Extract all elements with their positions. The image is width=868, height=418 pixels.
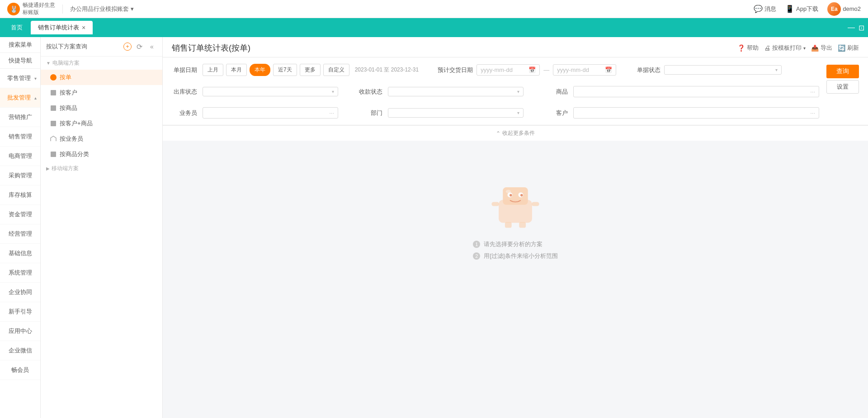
dept-arrow: ▾	[517, 110, 519, 115]
svg-rect-4	[51, 152, 56, 157]
dept-select[interactable]: ▾	[388, 108, 524, 118]
sidebar-search-label: 搜索菜单	[9, 41, 32, 49]
help-icon: ❓	[737, 44, 745, 52]
date-btn-more[interactable]: 更多	[300, 64, 321, 76]
tab-minimize-btn[interactable]: —	[848, 24, 855, 32]
tab-sales-order[interactable]: 销售订单统计表 ×	[31, 21, 93, 34]
svg-rect-13	[491, 202, 499, 206]
main-layout: 搜索菜单 快捷导航 零售管理 ▾ 批发管理 ▴ 营销推广 销售管理 电商管理	[0, 37, 868, 418]
sidebar-item-retail[interactable]: 零售管理 ▾	[0, 69, 40, 88]
ship-status-select[interactable]: ▾	[203, 87, 338, 96]
collapse-bar-label: 收起更多条件	[502, 129, 535, 137]
status-label: 单据状态	[635, 66, 660, 74]
tree-section-pc[interactable]: ▼ 电脑端方案	[41, 57, 162, 70]
sidebar-item-inventory[interactable]: 库存核算	[0, 185, 40, 205]
collapse-bar[interactable]: ⌃ 收起更多条件	[163, 125, 868, 141]
by-category-label: 按商品分类	[60, 150, 89, 158]
sidebar-item-corpwechat[interactable]: 企业微信	[0, 341, 40, 361]
filter-area: 单据日期 上月 本月 本年 近7天 更多 自定义 2023-01-01 至 20…	[163, 57, 868, 125]
goods-input[interactable]: ···	[573, 86, 819, 97]
filter-row-1: 单据日期 上月 本月 本年 近7天 更多 自定义 2023-01-01 至 20…	[172, 64, 859, 119]
export-btn[interactable]: 📤 导出	[811, 44, 832, 52]
customer-label: 客户	[542, 109, 568, 117]
tree-item-by-goods[interactable]: 按商品	[41, 100, 162, 116]
sidebar-quick-nav[interactable]: 快捷导航	[0, 53, 40, 69]
date-btn-custom[interactable]: 自定义	[323, 64, 349, 76]
message-label: 消息	[764, 5, 776, 13]
page-actions: ❓ 帮助 🖨 按模板打印 ▾ 📤 导出 🔄 刷新	[737, 44, 859, 52]
app-subtitle[interactable]: 办公用品行业模拟账套 ▾	[70, 5, 134, 13]
pay-status-select[interactable]: ▾	[388, 87, 524, 96]
customer-more-icon[interactable]: ···	[810, 109, 815, 116]
tree-item-by-staff[interactable]: 按业务员	[41, 131, 162, 147]
sidebar-item-appcenter[interactable]: 应用中心	[0, 322, 40, 341]
subtitle-dropdown-icon: ▾	[131, 5, 134, 12]
filter-subrow-status: 出库状态 ▾ 收款状态 ▾ 商品	[172, 86, 819, 97]
staff-input[interactable]: ···	[203, 107, 338, 119]
message-icon: 💬	[754, 5, 763, 13]
svg-rect-12	[519, 222, 526, 228]
status-select[interactable]: ▾	[664, 65, 782, 75]
tree-item-by-order[interactable]: 按单	[41, 70, 162, 85]
svg-point-0	[50, 74, 57, 81]
tab-maximize-btn[interactable]: ⊡	[859, 24, 864, 32]
tab-close-icon[interactable]: ×	[82, 24, 85, 31]
refresh-btn[interactable]: 🔄 刷新	[838, 44, 859, 52]
empty-illustration	[488, 177, 542, 231]
expected-date-end-input[interactable]: yyyy-mm-dd 📅	[553, 64, 616, 76]
left-panel-title: 按以下方案查询	[46, 43, 120, 51]
tree-item-by-cust-goods[interactable]: 按客户+商品	[41, 116, 162, 131]
svg-point-15	[506, 190, 511, 193]
staff-more-icon[interactable]: ···	[329, 109, 334, 116]
filter-subrow-staff: 业务员 ··· 部门 ▾ 客户	[172, 107, 819, 119]
tree-item-by-customer[interactable]: 按客户	[41, 85, 162, 100]
content-area: 按以下方案查询 + ⟳ « ▼ 电脑端方案 按单	[41, 37, 868, 418]
template-print-btn[interactable]: 🖨 按模板打印 ▾	[764, 44, 806, 52]
sidebar-item-corp[interactable]: 企业协同	[0, 283, 40, 302]
sidebar-quick-label: 快捷导航	[9, 57, 32, 65]
svg-point-10	[520, 194, 523, 197]
sidebar-item-basic[interactable]: 基础信息	[0, 244, 40, 263]
date-btn-this-year[interactable]: 本年	[250, 64, 270, 76]
collapse-panel-btn[interactable]: «	[147, 42, 157, 52]
sidebar-item-purchase[interactable]: 采购管理	[0, 166, 40, 185]
sidebar-item-finance[interactable]: 资金管理	[0, 205, 40, 224]
svg-rect-11	[505, 222, 512, 228]
sidebar-item-operation[interactable]: 经营管理	[0, 224, 40, 244]
sidebar-search[interactable]: 搜索菜单	[0, 37, 40, 53]
sidebar-item-newbie[interactable]: 新手引导	[0, 302, 40, 322]
filter-subrow-date: 单据日期 上月 本月 本年 近7天 更多 自定义 2023-01-01 至 20…	[172, 64, 819, 76]
refresh-icon: 🔄	[838, 44, 845, 52]
by-cust-goods-icon	[50, 120, 57, 127]
refresh-scheme-btn[interactable]: ⟳	[134, 42, 144, 52]
top-bar-left: 🐰 畅捷通好生意 标账版 办公用品行业模拟账套 ▾	[7, 2, 134, 16]
expected-date-start-input[interactable]: yyyy-mm-dd 📅	[476, 64, 540, 76]
goods-more-icon[interactable]: ···	[810, 88, 815, 95]
customer-input[interactable]: ···	[573, 107, 819, 119]
query-button[interactable]: 查询	[826, 65, 859, 78]
message-action[interactable]: 💬 消息	[754, 5, 776, 13]
help-btn[interactable]: ❓ 帮助	[737, 44, 759, 52]
add-scheme-btn[interactable]: +	[123, 43, 132, 51]
svg-point-9	[509, 194, 512, 197]
app-download-label: App下载	[796, 5, 818, 13]
sidebar-item-ecom[interactable]: 电商管理	[0, 147, 40, 166]
user-action[interactable]: Ea demo2	[827, 2, 861, 16]
app-download-action[interactable]: 📱 App下载	[785, 5, 818, 13]
tab-home[interactable]: 首页	[4, 21, 30, 34]
sidebar-item-system[interactable]: 系统管理	[0, 263, 40, 283]
tree-item-by-category[interactable]: 按商品分类	[41, 147, 162, 162]
sidebar-item-wholesale[interactable]: 批发管理 ▴	[0, 88, 40, 108]
settings-button[interactable]: 设置	[826, 80, 859, 94]
top-bar-right: 💬 消息 📱 App下载 Ea demo2	[754, 2, 861, 16]
sidebar-item-member[interactable]: 畅会员	[0, 361, 40, 380]
date-btn-7days[interactable]: 近7天	[273, 64, 297, 76]
date-btn-this-month[interactable]: 本月	[226, 64, 247, 76]
sidebar-item-marketing[interactable]: 营销推广	[0, 108, 40, 127]
divider	[62, 5, 63, 14]
sidebar-item-sales[interactable]: 销售管理	[0, 127, 40, 147]
tree-section-mobile[interactable]: ▶ 移动端方案	[41, 162, 162, 175]
dept-label: 部门	[357, 109, 382, 117]
tree-section-arrow-pc: ▼	[46, 61, 51, 66]
date-btn-last-month[interactable]: 上月	[203, 64, 223, 76]
